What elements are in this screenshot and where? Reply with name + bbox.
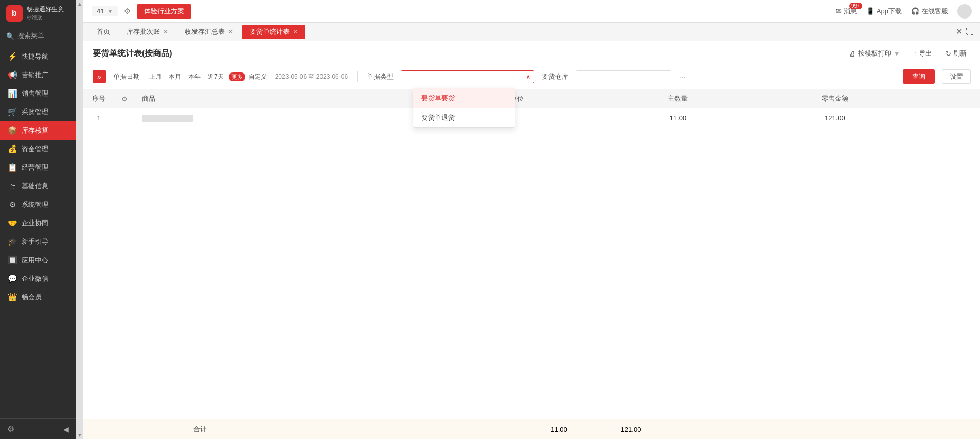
tabs-bar: 首页 库存批次账 ✕ 收发存汇总表 ✕ 要货单统计表 ✕ ✕ ⛶ (83, 23, 980, 41)
sidebar-item-vip[interactable]: 👑 畅会员 (0, 288, 76, 306)
table-wrap: 序号 ⚙ 商品 主计量单位 主数量 零售金额 1 (83, 89, 980, 419)
warehouse-filter-input-wrap[interactable] (576, 70, 671, 83)
date-btn-more[interactable]: 更多 (229, 72, 245, 81)
vip-icon: 👑 (7, 292, 17, 302)
system-icon: ⚙ (7, 200, 17, 209)
print-btn[interactable]: 🖨 按模板打印 ▼ (845, 47, 904, 60)
inventory-icon: 📦 (7, 126, 17, 135)
message-btn[interactable]: ✉ 消息 99+ (836, 7, 857, 16)
type-filter-input[interactable] (401, 71, 523, 83)
print-dropdown-arrow: ▼ (894, 50, 900, 58)
table-footer: 合计 11.00 121.00 (83, 419, 980, 439)
export-label: 导出 (919, 49, 932, 58)
tab-inout-summary[interactable]: 收发存汇总表 ✕ (177, 25, 240, 39)
service-icon: 🎧 (911, 7, 919, 15)
warehouse-filter-label: 要货仓库 (542, 72, 568, 81)
collapse-icon[interactable]: ◀ (63, 425, 69, 433)
sidebar-item-collab[interactable]: 🤝 企业协同 (0, 214, 76, 232)
tab-inout-summary-close[interactable]: ✕ (228, 28, 233, 35)
filter-expand-btn[interactable]: » (93, 70, 106, 83)
user-avatar[interactable] (957, 4, 972, 19)
sidebar-logo: b 畅捷通好生意 标准版 (0, 0, 76, 27)
dropdown-item-order-goods[interactable]: 要货单要货 (413, 88, 515, 108)
tab-order-stats[interactable]: 要货单统计表 ✕ (242, 25, 305, 39)
sidebar-item-inventory[interactable]: 📦 库存核算 (0, 121, 76, 140)
header-gear-icon[interactable]: ⚙ (124, 7, 131, 16)
purchase-icon: 🛒 (7, 107, 17, 117)
page-content: 要货单统计表(按商品) 🖨 按模板打印 ▼ ↑ 导出 ↻ 刷新 (83, 41, 980, 439)
date-btn-last-month[interactable]: 上月 (147, 71, 164, 82)
close-all-tabs-btn[interactable]: ✕ (956, 27, 963, 36)
filter-more-btn[interactable]: ··· (680, 72, 686, 81)
store-dropdown-arrow: ▼ (107, 8, 113, 14)
tab-order-stats-close[interactable]: ✕ (293, 28, 298, 35)
message-icon: ✉ (836, 7, 842, 15)
export-icon: ↑ (914, 50, 917, 58)
sidebar-item-sales[interactable]: 📊 销售管理 (0, 84, 76, 103)
date-btn-this-month[interactable]: 本月 (167, 71, 183, 82)
page-header: 要货单统计表(按商品) 🖨 按模板打印 ▼ ↑ 导出 ↻ 刷新 (83, 41, 980, 64)
sidebar-item-quick-nav[interactable]: ⚡ 快捷导航 (0, 47, 76, 66)
date-btn-7days[interactable]: 近7天 (206, 71, 226, 82)
cell-gear (114, 108, 135, 127)
data-table: 序号 ⚙ 商品 主计量单位 主数量 零售金额 1 (83, 89, 980, 127)
scroll-up-icon[interactable]: ▲ (77, 1, 82, 7)
warehouse-filter-input[interactable] (576, 71, 671, 83)
top-header: 41 ▼ ⚙ 体验行业方案 ✉ 消息 99+ 📱 App下载 🎧 在线客服 (83, 0, 980, 23)
scroll-down-icon[interactable]: ▼ (77, 432, 82, 438)
tab-home[interactable]: 首页 (90, 25, 117, 39)
header-left: 41 ▼ ⚙ 体验行业方案 (92, 4, 191, 19)
settings-icon[interactable]: ⚙ (7, 424, 14, 434)
guide-icon: 🎓 (7, 237, 17, 246)
sidebar-item-system[interactable]: ⚙ 系统管理 (0, 195, 76, 214)
store-name: 41 (97, 7, 104, 15)
type-filter-input-wrap[interactable]: ∧ (401, 70, 534, 83)
sidebar-scrollbar[interactable]: ▲ ▼ (76, 0, 83, 439)
dropdown-item-order-return[interactable]: 要货单退货 (413, 108, 515, 127)
sidebar-item-label: 系统管理 (22, 200, 48, 209)
app-download-btn[interactable]: 📱 App下载 (866, 7, 902, 16)
main-area: 41 ▼ ⚙ 体验行业方案 ✉ 消息 99+ 📱 App下载 🎧 在线客服 (83, 0, 980, 439)
sidebar-item-guide[interactable]: 🎓 新手引导 (0, 232, 76, 251)
app-title-wrap: 畅捷通好生意 标准版 (27, 6, 64, 21)
wechat-icon: 💬 (7, 274, 17, 283)
operations-icon: 📋 (7, 163, 17, 172)
sidebar-item-purchase[interactable]: 🛒 采购管理 (0, 103, 76, 121)
date-btn-custom[interactable]: 自定义 (248, 72, 267, 81)
th-extra (920, 89, 980, 108)
maximize-tab-btn[interactable]: ⛶ (966, 27, 974, 36)
print-icon: 🖨 (849, 50, 856, 58)
sidebar-item-label: 采购管理 (22, 107, 48, 117)
sidebar-item-basic-info[interactable]: 🗂 基础信息 (0, 177, 76, 195)
sidebar-item-marketing[interactable]: 📢 营销推广 (0, 66, 76, 84)
sidebar-nav: ⚡ 快捷导航 📢 营销推广 📊 销售管理 🛒 采购管理 📦 库存核算 💰 资金管… (0, 45, 76, 418)
sidebar-item-wechat[interactable]: 💬 企业微信 (0, 269, 76, 288)
sidebar-search[interactable]: 🔍 搜索菜单 (0, 27, 76, 45)
th-settings[interactable]: ⚙ (114, 89, 135, 108)
refresh-btn[interactable]: ↻ 刷新 (941, 47, 971, 60)
sidebar-search-label: 搜索菜单 (17, 31, 44, 41)
tab-batch-check-close[interactable]: ✕ (163, 28, 168, 35)
date-btn-this-year[interactable]: 本年 (186, 71, 203, 82)
refresh-icon: ↻ (946, 50, 951, 58)
sidebar-item-app-center[interactable]: 🔲 应用中心 (0, 251, 76, 269)
export-btn[interactable]: ↑ 导出 (910, 47, 937, 60)
print-label: 按模板打印 (858, 49, 892, 58)
settings-button[interactable]: 设置 (942, 69, 971, 84)
expand-icon: » (97, 72, 101, 81)
sidebar-item-operations[interactable]: 📋 经营管理 (0, 158, 76, 177)
th-quantity: 主数量 (607, 89, 750, 108)
type-dropdown-arrow[interactable]: ∧ (523, 71, 534, 83)
promo-button[interactable]: 体验行业方案 (137, 4, 191, 19)
sidebar-item-label: 营销推广 (22, 70, 48, 80)
online-service-btn[interactable]: 🎧 在线客服 (911, 7, 948, 16)
finance-icon: 💰 (7, 144, 17, 154)
search-icon: 🔍 (6, 32, 14, 40)
sidebar-item-finance[interactable]: 💰 资金管理 (0, 140, 76, 158)
tab-inout-summary-label: 收发存汇总表 (185, 27, 225, 36)
store-selector[interactable]: 41 ▼ (92, 6, 118, 16)
sidebar-item-label: 新手引导 (22, 237, 48, 246)
app-center-icon: 🔲 (7, 255, 17, 265)
query-button[interactable]: 查询 (903, 69, 935, 84)
tab-batch-check[interactable]: 库存批次账 ✕ (119, 25, 175, 39)
